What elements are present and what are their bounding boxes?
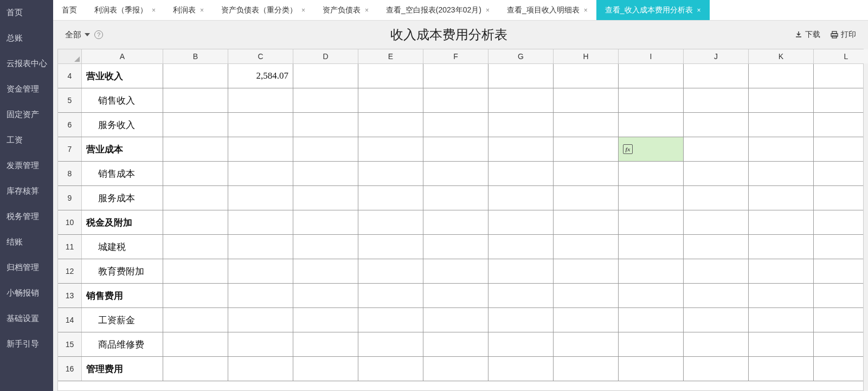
cell[interactable] bbox=[814, 235, 863, 259]
row-header[interactable]: 8 bbox=[58, 162, 82, 185]
cell[interactable] bbox=[488, 308, 554, 332]
row-header[interactable]: 9 bbox=[58, 186, 82, 210]
cell[interactable] bbox=[554, 357, 619, 381]
cell[interactable] bbox=[228, 308, 293, 332]
row-header[interactable]: 4 bbox=[58, 64, 82, 88]
cell[interactable] bbox=[163, 137, 228, 161]
cell[interactable] bbox=[814, 88, 863, 112]
sidebar-item[interactable]: 发票管理 bbox=[0, 153, 53, 178]
cell[interactable] bbox=[358, 308, 423, 332]
cell[interactable] bbox=[684, 357, 749, 381]
column-header[interactable]: B bbox=[163, 49, 228, 63]
cell[interactable]: 商品维修费 bbox=[82, 332, 163, 356]
cell[interactable] bbox=[423, 162, 488, 185]
close-icon[interactable]: × bbox=[365, 7, 369, 14]
print-button[interactable]: 打印 bbox=[830, 30, 856, 40]
cell[interactable] bbox=[619, 332, 684, 356]
cell[interactable] bbox=[228, 113, 293, 137]
cell[interactable] bbox=[749, 235, 814, 259]
cell[interactable]: 服务成本 bbox=[82, 186, 163, 210]
tab[interactable]: 利润表（季报）× bbox=[86, 0, 164, 20]
cell[interactable] bbox=[163, 284, 228, 307]
cell[interactable] bbox=[423, 113, 488, 137]
cell[interactable] bbox=[163, 210, 228, 234]
cell[interactable] bbox=[814, 259, 863, 283]
cell[interactable] bbox=[163, 113, 228, 137]
cell[interactable] bbox=[293, 332, 358, 356]
cell[interactable]: 2,584.07 bbox=[228, 64, 293, 88]
cell[interactable] bbox=[358, 137, 423, 161]
cell[interactable] bbox=[488, 284, 554, 307]
cell[interactable]: 营业成本 bbox=[82, 137, 163, 161]
cell[interactable] bbox=[293, 259, 358, 283]
cell[interactable] bbox=[423, 259, 488, 283]
row-header[interactable]: 7 bbox=[58, 137, 82, 161]
sidebar-item[interactable]: 结账 bbox=[0, 229, 53, 255]
close-icon[interactable]: × bbox=[486, 7, 490, 14]
close-icon[interactable]: × bbox=[152, 7, 156, 14]
cell[interactable] bbox=[228, 88, 293, 112]
cell[interactable] bbox=[163, 357, 228, 381]
cell[interactable] bbox=[358, 88, 423, 112]
tab[interactable]: 查看_收入成本费用分析表× bbox=[596, 0, 710, 20]
select-all-corner[interactable] bbox=[58, 49, 82, 63]
row-header[interactable]: 16 bbox=[58, 357, 82, 381]
tab[interactable]: 利润表× bbox=[164, 0, 213, 20]
cell[interactable] bbox=[619, 186, 684, 210]
cell[interactable] bbox=[684, 284, 749, 307]
filter-dropdown[interactable]: 全部 bbox=[65, 30, 90, 40]
cell[interactable] bbox=[163, 332, 228, 356]
sidebar-item[interactable]: 归档管理 bbox=[0, 255, 53, 280]
cell[interactable] bbox=[228, 186, 293, 210]
cell[interactable] bbox=[163, 162, 228, 185]
cell[interactable] bbox=[749, 186, 814, 210]
cell[interactable] bbox=[619, 64, 684, 88]
cell[interactable] bbox=[619, 284, 684, 307]
row-header[interactable]: 10 bbox=[58, 210, 82, 234]
cell[interactable] bbox=[488, 332, 554, 356]
column-header[interactable]: F bbox=[423, 49, 488, 63]
cell[interactable] bbox=[554, 162, 619, 185]
cell[interactable] bbox=[228, 137, 293, 161]
cell[interactable] bbox=[228, 210, 293, 234]
cell[interactable] bbox=[228, 235, 293, 259]
cell[interactable]: 税金及附加 bbox=[82, 210, 163, 234]
cell[interactable] bbox=[423, 88, 488, 112]
sidebar-item[interactable]: 固定资产 bbox=[0, 102, 53, 127]
cell[interactable] bbox=[488, 259, 554, 283]
cell[interactable] bbox=[293, 186, 358, 210]
cell[interactable] bbox=[228, 162, 293, 185]
close-icon[interactable]: × bbox=[697, 7, 701, 14]
sidebar-item[interactable]: 库存核算 bbox=[0, 178, 53, 204]
cell[interactable] bbox=[163, 64, 228, 88]
cell[interactable] bbox=[488, 186, 554, 210]
cell[interactable] bbox=[684, 235, 749, 259]
column-header[interactable]: E bbox=[358, 49, 423, 63]
cell[interactable] bbox=[619, 113, 684, 137]
download-button[interactable]: 下载 bbox=[794, 30, 820, 40]
column-header[interactable]: J bbox=[684, 49, 749, 63]
cell[interactable]: 服务收入 bbox=[82, 113, 163, 137]
cell[interactable] bbox=[814, 186, 863, 210]
cell[interactable] bbox=[554, 332, 619, 356]
cell[interactable] bbox=[749, 308, 814, 332]
cell[interactable] bbox=[684, 64, 749, 88]
cell[interactable] bbox=[423, 357, 488, 381]
column-header[interactable]: K bbox=[749, 49, 814, 63]
sidebar-item[interactable]: 总账 bbox=[0, 25, 53, 51]
tab[interactable]: 查看_空白报表(2023年02月)× bbox=[377, 0, 498, 20]
column-header[interactable]: L bbox=[814, 49, 868, 63]
sidebar-item[interactable]: 首页 bbox=[0, 0, 53, 25]
cell[interactable] bbox=[684, 186, 749, 210]
tab[interactable]: 资产负债表（重分类）× bbox=[213, 0, 314, 20]
column-header[interactable]: C bbox=[228, 49, 293, 63]
column-header[interactable]: D bbox=[293, 49, 358, 63]
cell[interactable] bbox=[163, 259, 228, 283]
row-header[interactable]: 15 bbox=[58, 332, 82, 356]
cell[interactable] bbox=[293, 235, 358, 259]
spreadsheet[interactable]: ABCDEFGHIJKL 4营业收入2,584.075销售收入6服务收入7营业成… bbox=[57, 49, 864, 391]
cell[interactable] bbox=[293, 88, 358, 112]
cell[interactable] bbox=[554, 210, 619, 234]
cell[interactable] bbox=[488, 113, 554, 137]
sidebar-item[interactable]: 云报表中心 bbox=[0, 51, 53, 76]
